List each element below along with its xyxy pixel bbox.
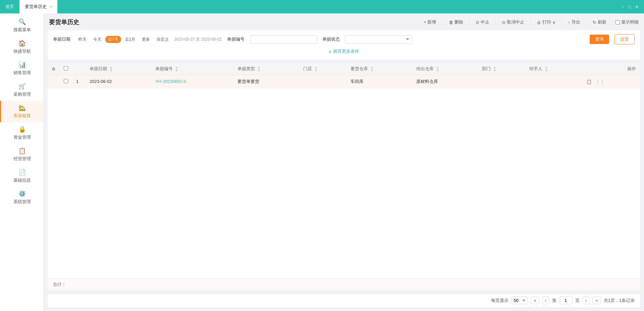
row-date: 2023-06-02 (86, 75, 151, 88)
export-button[interactable]: ↑ 导出 (565, 17, 584, 27)
sidebar-item-search-menu[interactable]: 🔍 搜索菜单 (0, 15, 43, 36)
cancel-suspend-button[interactable]: ⊙ 取消中止 (498, 17, 528, 27)
yesterday-btn[interactable]: 昨天 (76, 36, 89, 43)
date-sort-icon: ▲▼ (110, 66, 113, 72)
print-icon: 🖨 (537, 20, 541, 25)
doc-number-input[interactable] (250, 35, 317, 44)
purchase-icon: 🛒 (18, 83, 26, 90)
doc-number-label: 单据编号 (227, 36, 245, 42)
export-icon: ↑ (568, 20, 571, 25)
sidebar-item-finance-mgmt[interactable]: 🔒 资金管理 (0, 122, 43, 144)
row-checkbox[interactable] (64, 79, 68, 83)
sidebar-item-inventory[interactable]: 🏡 库存核算 (0, 101, 43, 122)
edit-icon: 📋 (586, 79, 592, 84)
settings-button[interactable]: 设置 (614, 34, 635, 44)
page-title: 要货单历史 (49, 18, 79, 26)
req-warehouse-sort-icon: ▲▼ (371, 66, 374, 72)
divider-2 (469, 19, 470, 25)
row-department (478, 75, 525, 88)
sidebar-item-basic-info[interactable]: 📄 基础信息 (0, 165, 43, 187)
custom-btn[interactable]: 自定义 (154, 36, 171, 43)
home-icon: 🏠 (18, 40, 26, 47)
page-header: 要货单历史 + 新增 🗑 删除 ⊙ 中止 ⊙ 取消中止 (48, 17, 640, 27)
table-row: 1 2023-06-02 YH-20230602-0 要货单要货 车间库 原材料… (48, 75, 640, 88)
divider-6 (586, 19, 587, 25)
query-button[interactable]: 查询 (590, 35, 609, 44)
last-page-btn[interactable]: » (592, 297, 601, 304)
system-icon: ⚙️ (18, 190, 26, 197)
last7days-btn[interactable]: 近7天 (105, 36, 121, 43)
doc-status-select[interactable] (345, 35, 412, 44)
handler-sort-icon: ▲▼ (545, 66, 548, 72)
first-page-btn[interactable]: « (531, 297, 539, 304)
col-number[interactable]: 单据编号 ▲▼ (151, 63, 233, 75)
sidebar-item-purchase-mgmt[interactable]: 🛒 采购管理 (0, 79, 43, 101)
display-detail-label: 显示明细 (615, 19, 639, 25)
col-settings[interactable]: ⚙ (48, 63, 60, 75)
divider-3 (495, 19, 496, 25)
col-date[interactable]: 单据日期 ▲▼ (86, 63, 151, 75)
next-page-btn[interactable]: › (582, 297, 590, 304)
finance-icon: 🔒 (18, 126, 26, 133)
filter-row-2: ∨ 展开更多条件 (53, 47, 635, 56)
delete-button[interactable]: 🗑 删除 (445, 17, 467, 27)
col-department[interactable]: 部门 ▲▼ (478, 63, 525, 75)
pending-warehouse-sort-icon: ▲▼ (436, 66, 439, 72)
sidebar-item-operations-mgmt[interactable]: 📋 经营管理 (0, 144, 43, 165)
close-icon[interactable]: ✕ (635, 4, 639, 9)
table-footer: 合计： (48, 278, 640, 290)
more-btn[interactable]: 更多 (139, 36, 153, 43)
tab-home[interactable]: 首页 (0, 0, 19, 13)
row-type: 要货单要货 (233, 75, 299, 88)
department-sort-icon: ▲▼ (493, 66, 496, 72)
row-number: YH-20230602-0 (151, 75, 233, 88)
last1month-btn[interactable]: 近1月 (122, 36, 138, 43)
col-seq (72, 63, 86, 75)
per-page-select[interactable]: 50 10 20 100 (511, 297, 528, 304)
display-detail-checkbox[interactable] (615, 20, 620, 25)
sidebar: 🔍 搜索菜单 🏠 快捷导航 📊 销售管理 🛒 采购管理 🏡 库存核算 🔒 资金管… (0, 13, 44, 311)
page-input[interactable] (559, 297, 573, 304)
select-all-checkbox[interactable] (64, 66, 68, 71)
doc-status-label: 单据状态 (322, 36, 340, 42)
number-sort-icon: ▲▼ (175, 66, 178, 72)
tab-requisition-history[interactable]: 要货单历史 × (19, 0, 57, 13)
tab-close-icon[interactable]: × (50, 5, 52, 9)
sidebar-item-system-mgmt[interactable]: ⚙️ 系统管理 (0, 187, 43, 208)
prev-page-btn[interactable]: ‹ (542, 297, 549, 304)
suspend-button[interactable]: ⊙ 中止 (472, 17, 493, 27)
sales-icon: 📊 (18, 61, 26, 69)
window-controls: − □ ✕ (622, 4, 644, 9)
col-handler[interactable]: 经手人 ▲▼ (525, 63, 582, 75)
minimize-icon[interactable]: − (622, 4, 625, 9)
row-number-link[interactable]: YH-20230602-0 (155, 79, 186, 84)
table-container: ⚙ 单据日期 ▲▼ 单据编号 ▲▼ (48, 63, 640, 290)
divider-7 (612, 19, 613, 25)
pagination: 每页显示 50 10 20 100 « ‹ 第 页 › » 共1页，1条记录 (48, 294, 640, 307)
row-action-buttons: 📋 ⋮⋮ (586, 78, 636, 85)
filter-row-1: 单据日期 昨天 今天 近7天 近1月 更多 自定义 2023-05-27 至 2… (53, 34, 635, 44)
col-req-warehouse[interactable]: 要货仓库 ▲▼ (346, 63, 412, 75)
sidebar-item-quick-nav[interactable]: 🏠 快捷导航 (0, 36, 43, 58)
new-button[interactable]: + 新增 (420, 17, 439, 27)
row-edit-button[interactable]: 📋 (586, 78, 592, 85)
row-seq: 1 (72, 75, 86, 88)
col-type[interactable]: 单据类型 ▲▼ (233, 63, 299, 75)
row-checkbox-cell (60, 75, 72, 88)
date-range-text: 2023-05-27 至 2023-06-02 (174, 37, 221, 42)
row-settings-cell (48, 75, 60, 88)
row-more-button[interactable]: ⋮⋮ (595, 78, 605, 85)
operations-icon: 📋 (18, 147, 26, 154)
sidebar-item-sales-mgmt[interactable]: 📊 销售管理 (0, 58, 43, 79)
col-pending-warehouse[interactable]: 待出仓库 ▲▼ (412, 63, 478, 75)
maximize-icon[interactable]: □ (628, 4, 631, 9)
print-button[interactable]: 🖨 打印 ∨ (533, 17, 559, 27)
today-btn[interactable]: 今天 (91, 36, 104, 43)
per-page-label: 每页显示 (491, 298, 508, 304)
col-store[interactable]: 门店 ▲▼ (299, 63, 346, 75)
date-filter-label: 单据日期 (53, 36, 70, 42)
total-info: 共1页，1条记录 (604, 298, 635, 304)
filter-panel: 单据日期 昨天 今天 近7天 近1月 更多 自定义 2023-05-27 至 2… (48, 30, 640, 60)
expand-btn[interactable]: ∨ 展开更多条件 (328, 47, 359, 56)
refresh-button[interactable]: ↻ 刷新 (589, 17, 610, 27)
